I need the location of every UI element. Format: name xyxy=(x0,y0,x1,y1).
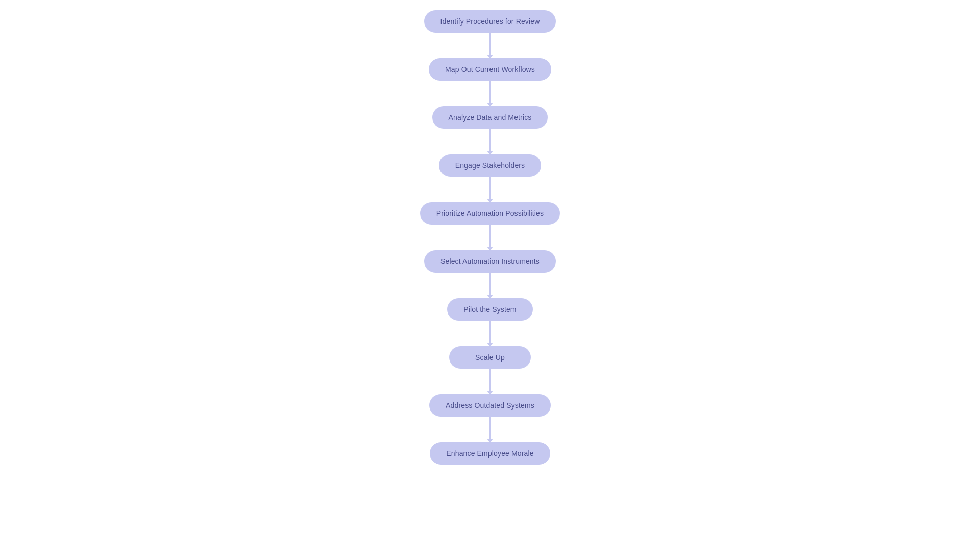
node-scale-up[interactable]: Scale Up xyxy=(449,346,531,369)
node-identify-procedures[interactable]: Identify Procedures for Review xyxy=(424,10,556,33)
connector-8 xyxy=(489,369,491,394)
node-pilot-system[interactable]: Pilot the System xyxy=(447,298,532,321)
connector-1 xyxy=(489,33,491,58)
connector-6 xyxy=(489,273,491,298)
connector-9 xyxy=(489,417,491,442)
node-engage-stakeholders[interactable]: Engage Stakeholders xyxy=(439,154,542,177)
connector-3 xyxy=(489,129,491,154)
node-map-out-workflows[interactable]: Map Out Current Workflows xyxy=(429,58,551,81)
node-prioritize-automation[interactable]: Prioritize Automation Possibilities xyxy=(420,202,560,225)
connector-2 xyxy=(489,81,491,106)
node-select-automation[interactable]: Select Automation Instruments xyxy=(424,250,556,273)
connector-4 xyxy=(489,177,491,202)
connector-7 xyxy=(489,321,491,346)
node-analyze-data[interactable]: Analyze Data and Metrics xyxy=(432,106,548,129)
node-address-outdated[interactable]: Address Outdated Systems xyxy=(429,394,551,417)
flowchart: Identify Procedures for Review Map Out C… xyxy=(420,10,560,465)
connector-5 xyxy=(489,225,491,250)
node-enhance-morale[interactable]: Enhance Employee Morale xyxy=(430,442,550,465)
